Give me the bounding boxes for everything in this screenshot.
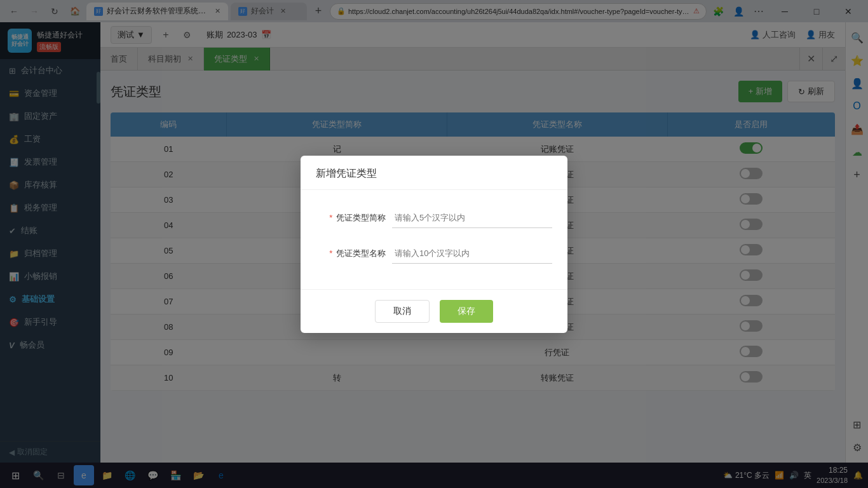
modal: 新增凭证类型 * 凭证类型简称 * 凭证类型名称 取消 保存: [301, 156, 567, 333]
form-row-full: * 凭证类型名称: [316, 243, 552, 264]
modal-header: 新增凭证类型: [301, 156, 567, 190]
modal-title: 新增凭证类型: [316, 168, 377, 179]
short-name-label: * 凭证类型简称: [316, 212, 386, 224]
full-name-label: * 凭证类型名称: [316, 248, 386, 259]
short-name-input[interactable]: [392, 208, 552, 228]
modal-body: * 凭证类型简称 * 凭证类型名称: [301, 190, 567, 289]
required-star2: *: [329, 248, 332, 258]
required-star: *: [329, 213, 332, 222]
modal-overlay: 新增凭证类型 * 凭证类型简称 * 凭证类型名称 取消 保存: [0, 0, 868, 488]
cancel-button[interactable]: 取消: [375, 300, 430, 323]
save-button[interactable]: 保存: [440, 300, 493, 323]
full-name-input[interactable]: [392, 243, 552, 264]
form-row-short: * 凭证类型简称: [316, 208, 552, 228]
modal-footer: 取消 保存: [301, 289, 567, 333]
